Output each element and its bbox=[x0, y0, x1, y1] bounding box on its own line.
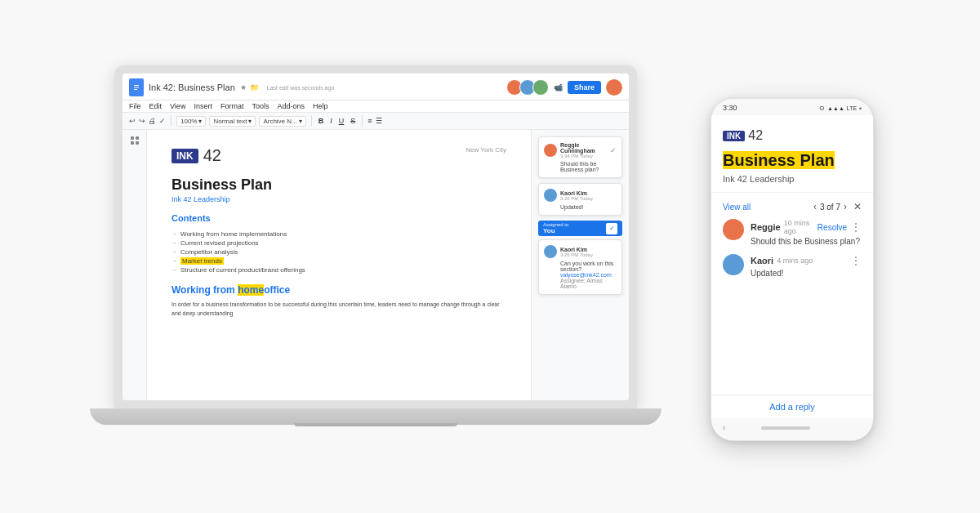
comment-text-2: Updated! bbox=[560, 204, 617, 210]
phone-time: 3:30 bbox=[723, 104, 737, 112]
menu-insert[interactable]: Insert bbox=[194, 102, 212, 110]
ink-logo: INK 42 bbox=[172, 146, 221, 165]
docs-logo-icon bbox=[129, 78, 144, 96]
phone-comment-1: Reggie 10 mins ago Resolve ⋮ Should this… bbox=[723, 219, 862, 246]
close-comments-icon[interactable]: ✕ bbox=[853, 201, 862, 212]
title-icons: ★ 📁 bbox=[240, 83, 259, 91]
body-text: In order for a business transformation t… bbox=[172, 301, 506, 318]
menu-view[interactable]: View bbox=[170, 102, 185, 110]
highlighted-item: Market trends bbox=[180, 257, 224, 265]
wifi-icon: ⊙ bbox=[819, 105, 825, 112]
phone-doc-preview: INK 42 Business Plan Ink 42 Leadership bbox=[711, 115, 873, 193]
ink-number: 42 bbox=[203, 146, 221, 165]
share-button[interactable]: Share bbox=[568, 81, 601, 94]
folder-icon[interactable]: 📁 bbox=[250, 83, 259, 91]
ink-badge: INK bbox=[172, 149, 198, 163]
phone-comment-name-1: Reggie bbox=[751, 222, 781, 232]
section-heading: Working from homeoffice bbox=[172, 284, 506, 296]
menu-file[interactable]: File bbox=[129, 102, 141, 110]
kaori-avatar bbox=[544, 189, 557, 202]
comment-time-2: 3:26 PM Today bbox=[560, 196, 593, 201]
assigned-check-icon[interactable]: ✓ bbox=[606, 223, 617, 234]
prev-comment-arrow[interactable]: ‹ bbox=[813, 201, 817, 212]
phone-comment-body-2: Kaori 4 mins ago ⋮ Updated! bbox=[751, 254, 862, 278]
menu-help[interactable]: Help bbox=[313, 102, 328, 110]
comment-card-3: Kaori Kim 3:26 PM Today Can you work on … bbox=[538, 239, 622, 295]
svg-rect-3 bbox=[134, 89, 137, 90]
phone-doc-subtitle: Ink 42 Leadership bbox=[723, 174, 862, 184]
comment-time-3: 3:26 PM Today bbox=[560, 252, 593, 257]
spellcheck-icon[interactable]: ✓ bbox=[159, 117, 166, 125]
print-icon[interactable]: 🖨 bbox=[149, 117, 156, 125]
menu-tools[interactable]: Tools bbox=[252, 102, 269, 110]
underline-button[interactable]: U bbox=[337, 117, 346, 125]
bold-button[interactable]: B bbox=[317, 117, 326, 125]
kaori-avatar-2 bbox=[544, 245, 557, 258]
phone-status-bar: 3:30 ⊙ ▲▲▲ LTE ▪ bbox=[711, 99, 873, 115]
star-icon[interactable]: ★ bbox=[240, 83, 247, 91]
contents-heading: Contents bbox=[172, 213, 506, 223]
comment-email[interactable]: valyose@ink42.com bbox=[560, 272, 617, 278]
font-dropdown[interactable]: Archive N... ▾ bbox=[259, 116, 305, 127]
next-comment-arrow[interactable]: › bbox=[844, 201, 847, 212]
svg-rect-2 bbox=[134, 87, 139, 87]
comment-menu-icon[interactable]: ⋮ bbox=[850, 221, 862, 234]
list-item: Working from home implementations bbox=[172, 230, 506, 239]
strikethrough-button[interactable]: S bbox=[349, 117, 357, 125]
assigned-label: Assigned to You bbox=[543, 222, 568, 234]
user-avatar[interactable] bbox=[606, 79, 622, 96]
phone-ink-number: 42 bbox=[748, 128, 763, 143]
back-arrow-icon[interactable]: ‹ bbox=[723, 423, 725, 432]
laptop-screen-border: Ink 42: Business Plan ★ 📁 Last edit was … bbox=[114, 65, 637, 408]
resolve-button[interactable]: Resolve bbox=[817, 223, 847, 232]
phone-ink-badge: INK bbox=[723, 131, 745, 141]
list-item: Market trends bbox=[172, 256, 506, 265]
contents-list: Working from home implementations Curren… bbox=[172, 230, 506, 274]
align-center-icon[interactable]: ☰ bbox=[376, 117, 382, 125]
home-indicator[interactable] bbox=[761, 426, 810, 430]
laptop-screen: Ink 42: Business Plan ★ 📁 Last edit was … bbox=[122, 74, 629, 400]
title-right: 📹 Share bbox=[506, 79, 622, 96]
doc-sidebar bbox=[122, 130, 147, 400]
doc-title: Business Plan bbox=[172, 176, 506, 194]
phone-reply-input[interactable]: Add a reply bbox=[711, 395, 873, 418]
grid-icon[interactable] bbox=[131, 136, 139, 145]
comment-card-1: Reggie Cunningham 3:34 PM Today ✓ Should… bbox=[538, 136, 622, 178]
reggie-avatar bbox=[544, 144, 557, 157]
nav-controls: ‹ 3 of 7 › ✕ bbox=[813, 201, 862, 212]
phone-comments-section: View all ‹ 3 of 7 › ✕ Reggie 10 mins ago… bbox=[711, 193, 873, 395]
phone-comment-header-2: Kaori 4 mins ago ⋮ bbox=[751, 254, 862, 267]
menu-addons[interactable]: Add-ons bbox=[277, 102, 305, 110]
phone-comment-time-1: 10 mins ago bbox=[784, 219, 817, 235]
redo-icon[interactable]: ↪ bbox=[139, 117, 145, 125]
checkmark-icon[interactable]: ✓ bbox=[610, 146, 617, 154]
phone-comment-time-2: 4 mins ago bbox=[777, 256, 813, 265]
comment-menu-icon-2[interactable]: ⋮ bbox=[850, 254, 862, 267]
nav-count: 3 of 7 bbox=[820, 203, 840, 212]
doc-content: INK 42 New York City Business Plan Ink 4… bbox=[122, 130, 629, 400]
lte-label: LTE bbox=[847, 105, 857, 111]
italic-button[interactable]: I bbox=[328, 117, 334, 125]
phone-ink-logo: INK 42 bbox=[723, 128, 862, 143]
phone-title-block: Business Plan bbox=[723, 149, 862, 171]
assigned-badge[interactable]: Assigned to You ✓ bbox=[538, 221, 622, 236]
last-edit: Last edit was seconds ago bbox=[267, 85, 335, 91]
laptop: Ink 42: Business Plan ★ 📁 Last edit was … bbox=[114, 65, 653, 441]
menu-format[interactable]: Format bbox=[220, 102, 244, 110]
zoom-dropdown[interactable]: 100% ▾ bbox=[176, 116, 206, 127]
laptop-base bbox=[90, 408, 662, 425]
doc-main[interactable]: INK 42 New York City Business Plan Ink 4… bbox=[147, 130, 531, 400]
comment-meta-2: Kaori Kim 3:26 PM Today bbox=[560, 190, 593, 201]
phone-comment-body-1: Reggie 10 mins ago Resolve ⋮ Should this… bbox=[751, 219, 862, 246]
undo-icon[interactable]: ↩ bbox=[129, 117, 136, 125]
style-dropdown[interactable]: Normal text ▾ bbox=[209, 116, 256, 127]
svg-rect-1 bbox=[134, 85, 139, 86]
doc-location: New York City bbox=[466, 146, 506, 154]
view-all-link[interactable]: View all bbox=[723, 203, 751, 212]
phone-status-icons: ⊙ ▲▲▲ LTE ▪ bbox=[819, 105, 862, 112]
align-left-icon[interactable]: ≡ bbox=[368, 117, 372, 125]
menu-edit[interactable]: Edit bbox=[149, 102, 163, 110]
meet-icon[interactable]: 📹 bbox=[554, 83, 563, 91]
comment-header-2: Kaori Kim 3:26 PM Today bbox=[544, 189, 617, 202]
phone-bottom-bar: ‹ bbox=[711, 418, 873, 440]
